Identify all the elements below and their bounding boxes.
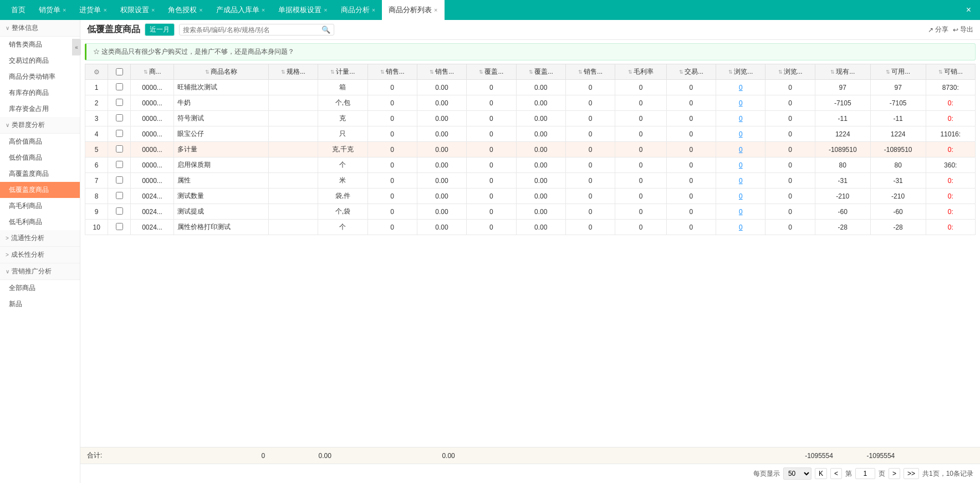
sidebar-item-low-coverage[interactable]: 低覆盖度商品	[0, 182, 80, 198]
col-trade[interactable]: ⇅交易...	[666, 64, 716, 80]
sidebar-item-low-margin[interactable]: 低毛利商品	[0, 214, 80, 230]
sidebar-section-marketing[interactable]: ∨ 营销推广分析	[0, 263, 80, 280]
share-button[interactable]: ↗ 分享	[928, 25, 948, 34]
sidebar-item-capital[interactable]: 库存资金占用	[0, 101, 80, 117]
row-browse1[interactable]: 0	[716, 142, 765, 157]
nav-home[interactable]: 首页	[4, 0, 32, 20]
sidebar-section-growth[interactable]: > 成长性分析	[0, 247, 80, 263]
col-current[interactable]: ⇅现有...	[815, 64, 870, 80]
col-browse1[interactable]: ⇅浏览...	[716, 64, 765, 80]
col-settings[interactable]: ⚙	[85, 64, 108, 80]
row-browse1[interactable]: 0	[716, 220, 765, 235]
row-browse1[interactable]: 0	[716, 157, 765, 173]
nav-sales[interactable]: 销货单 ×	[32, 0, 73, 20]
sidebar-section-circulation[interactable]: > 流通性分析	[0, 230, 80, 247]
select-all-checkbox[interactable]	[116, 68, 123, 75]
col-cover1[interactable]: ⇅覆盖...	[467, 64, 516, 80]
per-page-select[interactable]: 50 20 100	[783, 467, 811, 480]
row-checkbox-cell[interactable]	[108, 204, 131, 220]
row-checkbox-cell[interactable]	[108, 220, 131, 235]
nav-goods-analysis-list[interactable]: 商品分析列表 ×	[382, 0, 444, 20]
search-icon[interactable]: 🔍	[321, 26, 330, 34]
col-sales1[interactable]: ⇅销售...	[368, 64, 417, 80]
page-number-input[interactable]	[855, 468, 875, 479]
row-checkbox[interactable]	[116, 207, 123, 215]
row-checkbox-cell[interactable]	[108, 111, 131, 126]
close-icon-role-auth[interactable]: ×	[199, 7, 202, 13]
row-checkbox[interactable]	[116, 192, 123, 199]
close-icon-template-settings[interactable]: ×	[324, 7, 327, 13]
prev-page-button[interactable]: <	[830, 468, 842, 479]
sidebar-item-high-margin[interactable]: 高毛利商品	[0, 198, 80, 214]
col-checkbox[interactable]	[108, 64, 131, 80]
next-page-button[interactable]: >	[889, 468, 900, 479]
row-browse1[interactable]: 0	[716, 189, 765, 204]
col-unit[interactable]: ⇅计量...	[318, 64, 368, 80]
first-page-button[interactable]: K	[815, 468, 827, 479]
row-browse1[interactable]: 0	[716, 111, 765, 126]
sidebar-section-cluster[interactable]: ∨ 类群度分析	[0, 117, 80, 134]
close-icon-goods-analysis[interactable]: ×	[372, 7, 375, 13]
row-checkbox[interactable]	[116, 83, 123, 90]
sidebar-item-category-rate[interactable]: 商品分类动销率	[0, 69, 80, 85]
col-code[interactable]: ⇅商...	[131, 64, 174, 80]
row-checkbox[interactable]	[116, 130, 123, 137]
sidebar-item-high-value[interactable]: 高价值商品	[0, 134, 80, 150]
col-gross-rate[interactable]: ⇅毛利率	[615, 64, 666, 80]
row-browse1[interactable]: 0	[716, 173, 765, 189]
col-name[interactable]: ⇅商品名称	[173, 64, 268, 80]
sidebar-item-all-goods[interactable]: 全部商品	[0, 280, 80, 296]
close-icon-sales[interactable]: ×	[63, 7, 66, 13]
sidebar-section-overall[interactable]: ∨ 整体信息	[0, 20, 80, 37]
search-input[interactable]	[183, 26, 321, 34]
filter-recent-month-button[interactable]: 近一月	[145, 23, 175, 36]
sidebar-item-stock-goods[interactable]: 有库存的商品	[0, 85, 80, 101]
row-checkbox[interactable]	[116, 114, 123, 121]
row-checkbox-cell[interactable]	[108, 173, 131, 189]
row-browse1[interactable]: 0	[716, 95, 765, 111]
col-sales3[interactable]: ⇅销售...	[565, 64, 615, 80]
row-checkbox[interactable]	[116, 145, 123, 152]
row-checkbox-cell[interactable]	[108, 95, 131, 111]
row-checkbox[interactable]	[116, 176, 123, 184]
row-checkbox[interactable]	[116, 161, 123, 168]
close-icon-purchase[interactable]: ×	[103, 7, 106, 13]
sort-icon-11: ⇅	[679, 69, 683, 75]
row-checkbox-cell[interactable]	[108, 80, 131, 95]
nav-role-auth[interactable]: 角色授权 ×	[161, 0, 209, 20]
row-checkbox-cell[interactable]	[108, 142, 131, 157]
window-close-button[interactable]: ×	[962, 5, 976, 15]
close-icon-permissions[interactable]: ×	[151, 7, 155, 13]
row-browse1[interactable]: 0	[716, 126, 765, 142]
sidebar-item-low-value[interactable]: 低价值商品	[0, 150, 80, 166]
nav-template-settings[interactable]: 单据模板设置 ×	[272, 0, 334, 20]
sidebar-collapse-button[interactable]: «	[72, 39, 81, 55]
nav-goods-analysis[interactable]: 商品分析 ×	[334, 0, 382, 20]
col-sales2[interactable]: ⇅销售...	[417, 64, 466, 80]
row-checkbox[interactable]	[116, 99, 123, 106]
row-checkbox-cell[interactable]	[108, 157, 131, 173]
row-checkbox-cell[interactable]	[108, 126, 131, 142]
col-spec[interactable]: ⇅规格...	[268, 64, 318, 80]
sidebar-item-high-coverage[interactable]: 高覆盖度商品	[0, 166, 80, 182]
sidebar-item-new-goods[interactable]: 新品	[0, 296, 80, 312]
sidebar-item-traded-goods[interactable]: 交易过的商品	[0, 53, 80, 69]
close-icon-goods-analysis-list[interactable]: ×	[434, 7, 437, 13]
nav-purchase[interactable]: 进货单 ×	[73, 0, 113, 20]
col-available[interactable]: ⇅可用...	[870, 64, 926, 80]
row-browse1[interactable]: 0	[716, 80, 765, 95]
row-browse1[interactable]: 0	[716, 204, 765, 220]
nav-permissions[interactable]: 权限设置 ×	[114, 0, 161, 20]
export-button[interactable]: ↩ 导出	[953, 25, 973, 34]
row-cover1: 0	[467, 111, 516, 126]
nav-finished-goods[interactable]: 产成品入库单 ×	[210, 0, 272, 20]
last-page-button[interactable]: >>	[904, 468, 919, 479]
col-saleable[interactable]: ⇅可销...	[926, 64, 975, 80]
col-cover2[interactable]: ⇅覆盖...	[516, 64, 565, 80]
row-checkbox[interactable]	[116, 223, 123, 230]
col-browse2[interactable]: ⇅浏览...	[765, 64, 815, 80]
sidebar-item-sales-goods[interactable]: 销售类商品	[0, 37, 80, 53]
row-available: -60	[870, 204, 926, 220]
close-icon-finished-goods[interactable]: ×	[262, 7, 265, 13]
row-checkbox-cell[interactable]	[108, 189, 131, 204]
